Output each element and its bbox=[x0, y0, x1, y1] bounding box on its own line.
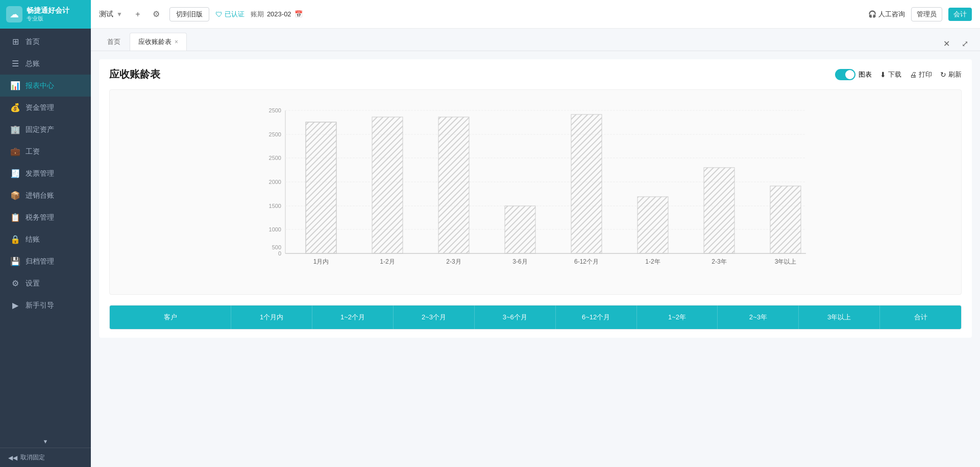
period-label: 账期 bbox=[251, 10, 264, 19]
bar-12year-rect bbox=[638, 197, 668, 253]
table-area: 客户 1个月内 1~2个月 2~3个月 3~6个月 6~12个月 1~2年 2~… bbox=[109, 305, 962, 330]
download-icon: ⬇ bbox=[880, 71, 886, 79]
svg-text:2-3年: 2-3年 bbox=[712, 258, 726, 265]
sidebar: ☁ 畅捷通好会计 专业版 ⊞ 首页 ☰ 总账 📊 报表中心 💰 资金管理 🏢 固… bbox=[0, 0, 91, 467]
switch-old-version-button[interactable]: 切到旧版 bbox=[169, 7, 209, 21]
sidebar-item-label: 进销台账 bbox=[26, 191, 54, 200]
sidebar-scroll-down[interactable]: ▼ bbox=[0, 435, 91, 448]
chart-area: 2500 2500 2500 2000 1500 1000 500 0 bbox=[109, 89, 962, 295]
period-selector[interactable]: 账期 2023-02 📅 bbox=[251, 10, 303, 19]
funds-icon: 💰 bbox=[10, 103, 20, 112]
sidebar-item-label: 首页 bbox=[26, 37, 40, 46]
svg-text:500: 500 bbox=[272, 244, 281, 250]
sidebar-nav: ⊞ 首页 ☰ 总账 📊 报表中心 💰 资金管理 🏢 固定资产 💼 工资 🧾 发票… bbox=[0, 29, 91, 435]
sidebar-item-label: 新手引导 bbox=[26, 301, 54, 310]
sidebar-item-archive[interactable]: 💾 归档管理 bbox=[0, 250, 91, 272]
consult-button[interactable]: 🎧 人工咨询 bbox=[868, 10, 905, 19]
sidebar-item-guide[interactable]: ▶ 新手引导 bbox=[0, 294, 91, 316]
sidebar-item-funds[interactable]: 💰 资金管理 bbox=[0, 97, 91, 119]
report-container: 应收账龄表 图表 ⬇ 下载 🖨 打印 ↻ bbox=[99, 59, 972, 338]
add-button[interactable]: + bbox=[131, 7, 145, 21]
svg-text:6-12个月: 6-12个月 bbox=[574, 258, 599, 265]
print-label: 打印 bbox=[919, 70, 932, 79]
svg-text:1-2年: 1-2年 bbox=[645, 258, 660, 265]
sidebar-item-reports[interactable]: 📊 报表中心 bbox=[0, 75, 91, 97]
shield-icon: 🛡 bbox=[215, 10, 223, 18]
col-612month: 6~12个月 bbox=[556, 306, 637, 329]
col-customer: 客户 bbox=[110, 306, 231, 329]
cert-badge: 🛡 已认证 bbox=[215, 10, 244, 19]
svg-text:2000: 2000 bbox=[269, 179, 281, 185]
sidebar-item-label: 结账 bbox=[26, 235, 40, 244]
svg-text:1月内: 1月内 bbox=[313, 258, 329, 265]
wages-icon: 💼 bbox=[10, 147, 20, 156]
bar-23month-rect bbox=[438, 117, 469, 253]
tab-home[interactable]: 首页 bbox=[99, 33, 129, 51]
sidebar-item-ledger[interactable]: ☰ 总账 bbox=[0, 53, 91, 75]
sidebar-item-label: 工资 bbox=[26, 147, 40, 156]
col-12year: 1~2年 bbox=[637, 306, 718, 329]
sidebar-item-home[interactable]: ⊞ 首页 bbox=[0, 31, 91, 53]
svg-text:0: 0 bbox=[278, 250, 281, 256]
main-area: 测试 ▼ + ⚙ 切到旧版 🛡 已认证 账期 2023-02 📅 🎧 人工咨询 … bbox=[91, 0, 980, 467]
table-header: 客户 1个月内 1~2个月 2~3个月 3~6个月 6~12个月 1~2年 2~… bbox=[110, 306, 961, 329]
sidebar-item-wages[interactable]: 💼 工资 bbox=[0, 141, 91, 162]
svg-text:2500: 2500 bbox=[269, 131, 281, 137]
sidebar-item-settings[interactable]: ⚙ 设置 bbox=[0, 272, 91, 294]
app-edition: 专业版 bbox=[27, 15, 69, 22]
sidebar-item-tax[interactable]: 📋 税务管理 bbox=[0, 206, 91, 228]
admin-button[interactable]: 管理员 bbox=[911, 7, 942, 21]
download-button[interactable]: ⬇ 下载 bbox=[880, 70, 901, 79]
bar-chart: 2500 2500 2500 2000 1500 1000 500 0 bbox=[120, 100, 951, 284]
svg-text:3年以上: 3年以上 bbox=[775, 258, 797, 265]
guide-icon: ▶ bbox=[10, 300, 20, 310]
download-label: 下载 bbox=[888, 70, 901, 79]
svg-text:1-2月: 1-2月 bbox=[380, 258, 395, 265]
sidebar-item-label: 固定资产 bbox=[26, 125, 54, 134]
chart-toggle-label: 图表 bbox=[859, 70, 872, 79]
cancel-pin-button[interactable]: ◀◀ 取消固定 bbox=[0, 448, 91, 467]
settings-icon: ⚙ bbox=[10, 278, 20, 288]
cert-label: 已认证 bbox=[225, 10, 244, 19]
reports-icon: 📊 bbox=[10, 81, 20, 90]
col-23year: 2~3年 bbox=[718, 306, 799, 329]
svg-text:1500: 1500 bbox=[269, 203, 281, 209]
settle-icon: 🔒 bbox=[10, 235, 20, 244]
close-icon[interactable]: × bbox=[175, 38, 178, 45]
settings-button[interactable]: ⚙ bbox=[149, 7, 163, 21]
workspace-selector[interactable]: 测试 ▼ bbox=[99, 10, 122, 19]
col-36month: 3~6个月 bbox=[475, 306, 556, 329]
sidebar-item-label: 报表中心 bbox=[26, 81, 54, 90]
page-content: 应收账龄表 图表 ⬇ 下载 🖨 打印 ↻ bbox=[91, 51, 980, 467]
print-icon: 🖨 bbox=[910, 71, 917, 79]
chevron-down-icon: ▼ bbox=[116, 11, 122, 18]
sidebar-item-settle[interactable]: 🔒 结账 bbox=[0, 228, 91, 250]
consult-label: 人工咨询 bbox=[878, 10, 905, 19]
period-value: 2023-02 bbox=[267, 10, 291, 18]
sidebar-item-sales[interactable]: 📦 进销台账 bbox=[0, 184, 91, 206]
tabbar-right: ✕ ⤢ bbox=[939, 36, 972, 51]
tab-aging-report[interactable]: 应收账龄表 × bbox=[130, 33, 187, 51]
tab-expand-button[interactable]: ⤢ bbox=[958, 36, 972, 51]
sidebar-item-label: 资金管理 bbox=[26, 103, 54, 112]
toggle-switch[interactable] bbox=[835, 69, 855, 80]
refresh-button[interactable]: ↻ 刷新 bbox=[940, 70, 962, 79]
chart-toggle[interactable]: 图表 bbox=[835, 69, 872, 80]
print-button[interactable]: 🖨 打印 bbox=[910, 70, 932, 79]
cancel-pin-label: 取消固定 bbox=[20, 453, 45, 462]
sidebar-item-invoices[interactable]: 🧾 发票管理 bbox=[0, 162, 91, 184]
app-name: 畅捷通好会计 bbox=[27, 6, 69, 15]
role-button[interactable]: 会计 bbox=[948, 8, 972, 21]
bar-36month-rect bbox=[505, 206, 535, 253]
bar-12month-rect bbox=[372, 117, 403, 253]
bar-612month-rect bbox=[571, 114, 602, 253]
workspace-name: 测试 bbox=[99, 10, 113, 19]
tab-close-all-button[interactable]: ✕ bbox=[939, 36, 953, 51]
refresh-icon: ↻ bbox=[940, 71, 946, 79]
tab-aging-label: 应收账龄表 bbox=[138, 37, 172, 46]
svg-text:2500: 2500 bbox=[269, 155, 281, 161]
sidebar-item-assets[interactable]: 🏢 固定资产 bbox=[0, 119, 91, 141]
bar-1month-rect bbox=[306, 122, 336, 253]
tabbar: 首页 应收账龄表 × ✕ ⤢ bbox=[91, 29, 980, 51]
assets-icon: 🏢 bbox=[10, 125, 20, 134]
